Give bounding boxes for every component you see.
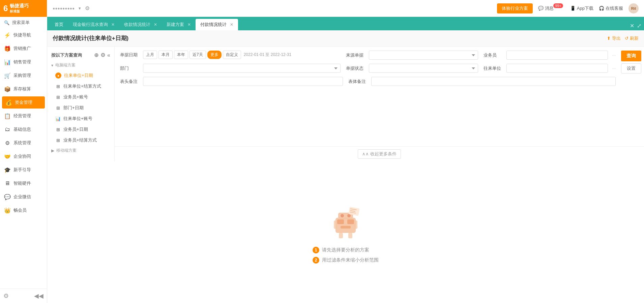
scheme-item-partner-settlement[interactable]: ⊞ 往来单位+结算方式 <box>47 81 114 92</box>
salesman-dots[interactable]: ··· <box>612 53 616 58</box>
query-btn[interactable]: 查询 <box>621 51 641 61</box>
online-service-btn[interactable]: 🎧 在线客服 <box>599 5 623 11</box>
filter-settings-btn[interactable]: 设置 <box>621 63 641 73</box>
sidebar-item-label: 智能硬件 <box>13 180 31 186</box>
table-icon: ⊞ <box>55 84 61 89</box>
scheme-item-label: 业务员+账号 <box>63 94 88 100</box>
date-btn-this-year[interactable]: 本年 <box>174 51 188 59</box>
svg-point-9 <box>341 214 344 217</box>
tab-new-scheme-label: 新建方案 <box>167 22 184 28</box>
page-actions: ⬆ 导出 ↺ 刷新 <box>607 35 639 41</box>
tab-expand-icon[interactable]: ⤢ <box>637 23 641 29</box>
scheme-collapse-icon[interactable]: « <box>107 52 110 58</box>
sidebar-collapse-icon[interactable]: ◀◀ <box>34 292 43 300</box>
sidebar-item-basic-info[interactable]: 🗂 基础信息 <box>0 123 47 136</box>
service-icon: 🎧 <box>599 6 604 11</box>
collapse-conditions-btn[interactable]: ∧∧ 收起更多条件 <box>358 149 401 159</box>
export-btn[interactable]: ⬆ 导出 <box>607 35 621 41</box>
messages-btn[interactable]: 💬 消息 99+ <box>538 5 565 11</box>
svg-rect-7 <box>348 233 352 238</box>
sidebar-item-system[interactable]: ⚙ 系统管理 <box>0 136 47 150</box>
date-btn-more[interactable]: 更多 <box>207 51 222 59</box>
scheme-item-label: 业务员+日期 <box>63 126 88 132</box>
quick-nav-icon: ⚡ <box>4 32 11 38</box>
partner-label: 往来单位 <box>484 65 504 71</box>
tab-payment-stat[interactable]: 付款情况统计 ✕ <box>196 19 238 30</box>
tab-new-scheme-close[interactable]: ✕ <box>187 22 191 27</box>
msg-num-2: 2 <box>313 257 319 264</box>
scheme-item-salesman-date[interactable]: ⊞ 业务员+日期 <box>47 124 114 135</box>
sidebar-item-guide[interactable]: 🎓 新手引导 <box>0 163 47 177</box>
scheme-sidebar-header: 按以下方案查询 ⊕ ⚙ « <box>47 50 114 60</box>
settings-icon[interactable]: ⚙ <box>85 5 90 11</box>
date-btn-7days[interactable]: 近7天 <box>189 51 206 59</box>
dept-select[interactable] <box>143 64 341 73</box>
sidebar-settings-icon[interactable]: ⚙ <box>3 292 9 300</box>
tab-receipt-stat-close[interactable]: ✕ <box>154 22 157 27</box>
tab-close-all-icon[interactable]: ✕ <box>630 23 634 29</box>
header-right: 💬 消息 99+ 📱 App下载 🎧 在线客服 Rit <box>538 3 639 13</box>
sidebar-item-purchase[interactable]: 🛒 采购管理 <box>0 69 47 82</box>
app-download-btn[interactable]: 📱 App下载 <box>570 5 593 11</box>
scheme-item-salesman-settlement[interactable]: ⊞ 业务员+结算方式 <box>47 135 114 146</box>
avatar[interactable]: Rit <box>628 3 639 13</box>
collapse-bar: ∧∧ 收起更多条件 <box>115 146 644 161</box>
scheme-item-partner-account[interactable]: 📊 往来单位+账号 <box>47 113 114 124</box>
empty-msg-2: 2 用过滤条件来缩小分析范围 <box>313 257 379 264</box>
sidebar-item-hardware[interactable]: 🖥 智能硬件 <box>0 177 47 190</box>
sidebar-item-marketing[interactable]: 🎁 营销推广 <box>0 42 47 55</box>
company-name: ●●●●●●●●● <box>53 6 75 11</box>
refresh-btn[interactable]: ↺ 刷新 <box>625 35 639 41</box>
sidebar-item-funds[interactable]: 💰 资金管理 <box>2 96 45 109</box>
scheme-item-salesman-account[interactable]: ⊞ 业务员+账号 <box>47 92 114 102</box>
sidebar-item-quick-nav[interactable]: ⚡ 快捷导航 <box>0 28 47 42</box>
salesman-input[interactable] <box>506 51 608 60</box>
doc-status-field: 单据状态 <box>346 64 478 73</box>
tab-new-scheme[interactable]: 新建方案 ✕ <box>162 19 196 30</box>
sidebar-item-inventory[interactable]: 📦 库存核算 <box>0 82 47 96</box>
tab-bank-flow[interactable]: 现金银行流水查询 ✕ <box>68 19 119 30</box>
sidebar-item-operations[interactable]: 📋 经营管理 <box>0 109 47 123</box>
date-btn-this-month[interactable]: 本月 <box>158 51 173 59</box>
trial-btn[interactable]: 体验行业方案 <box>497 3 533 13</box>
header-left: ●●●●●●●●● ▾ ⚙ <box>53 5 90 11</box>
partner-input[interactable] <box>506 64 608 73</box>
sidebar-item-label: 资金管理 <box>15 99 32 105</box>
tab-payment-stat-close[interactable]: ✕ <box>230 22 233 27</box>
refresh-icon: ↺ <box>625 36 628 41</box>
scheme-settings-icon[interactable]: ⚙ <box>100 52 105 58</box>
sidebar-item-sales[interactable]: 📊 销售管理 <box>0 55 47 69</box>
sidebar-item-wechat[interactable]: 💬 企业微信 <box>0 190 47 204</box>
tab-bank-flow-close[interactable]: ✕ <box>111 22 115 27</box>
dropdown-arrow-icon[interactable]: ▾ <box>79 6 81 11</box>
messages-label: 消息 <box>545 5 554 11</box>
pc-scheme-section[interactable]: ▾ 电脑端方案 <box>47 60 114 70</box>
sidebar-bottom: ⚙ ◀◀ <box>0 289 47 303</box>
mobile-section-label: 移动端方案 <box>56 148 77 153</box>
header-note-input[interactable] <box>143 77 343 86</box>
body-note-input[interactable] <box>371 77 616 86</box>
scheme-item-partner-date[interactable]: ● 往来单位+日期 <box>47 70 114 81</box>
tab-home-label: 首页 <box>55 22 63 28</box>
tab-home[interactable]: 首页 <box>50 19 68 30</box>
partner-dots[interactable]: ··· <box>612 66 616 71</box>
scheme-item-label: 往来单位+结算方式 <box>63 83 101 89</box>
date-btn-custom[interactable]: 自定义 <box>223 51 241 59</box>
empty-msg-1: 1 请先选择要分析的方案 <box>313 247 379 253</box>
active-scheme-icon: ● <box>55 72 61 79</box>
hardware-icon: 🖥 <box>4 180 11 187</box>
scheme-item-label: 往来单位+账号 <box>63 116 92 122</box>
source-doc-select[interactable] <box>369 51 478 60</box>
svg-point-10 <box>347 214 351 217</box>
doc-status-select[interactable] <box>369 64 478 73</box>
search-menu-item[interactable]: 🔍 搜索菜单 <box>0 17 47 28</box>
sidebar-item-member[interactable]: 👑 畅会员 <box>0 204 47 217</box>
sidebar-item-label: 销售管理 <box>13 59 31 65</box>
mobile-scheme-section[interactable]: ▶ 移动端方案 <box>47 146 114 155</box>
svg-rect-5 <box>355 220 357 229</box>
date-btn-last-month[interactable]: 上月 <box>143 51 157 59</box>
sidebar-item-cooperation[interactable]: 🤝 企业协同 <box>0 150 47 163</box>
add-scheme-icon[interactable]: ⊕ <box>94 52 98 58</box>
scheme-item-dept-date[interactable]: ⊞ 部门+日期 <box>47 102 114 113</box>
tab-receipt-stat[interactable]: 收款情况统计 ✕ <box>119 19 162 30</box>
